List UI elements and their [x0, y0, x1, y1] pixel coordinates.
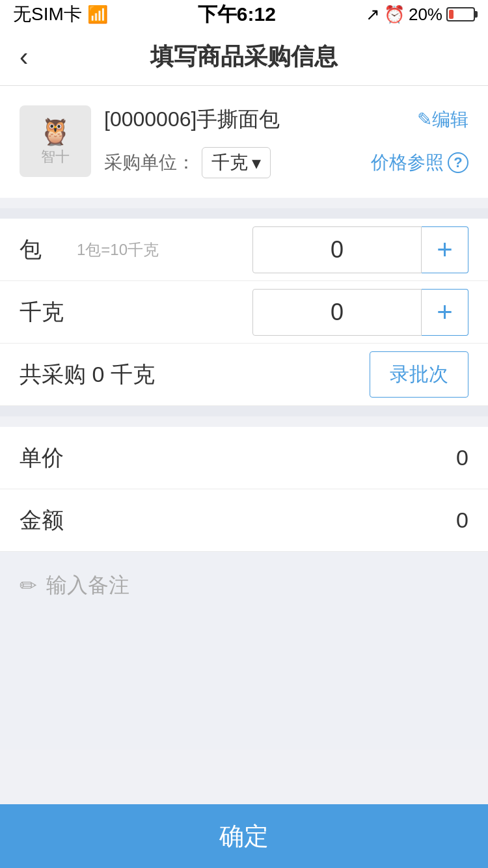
note-pencil-icon: ✏ [20, 573, 37, 598]
edit-button[interactable]: ✎编辑 [417, 107, 468, 132]
unit-label: 采购单位： [104, 150, 195, 175]
amount-label: 金额 [20, 506, 64, 536]
amount-row: 金额 0 [0, 489, 488, 552]
carrier-label: 无SIM卡 [13, 2, 82, 27]
unit-price-value: 0 [456, 445, 468, 470]
product-name-row: [0000006]手撕面包 ✎编辑 [104, 105, 468, 134]
nav-bar: ‹ 填写商品采购信息 [0, 29, 488, 86]
note-placeholder-text: 输入备注 [46, 571, 129, 600]
section-divider-1 [0, 208, 488, 219]
note-section[interactable]: ✏ 输入备注 [0, 552, 488, 619]
dropdown-arrow-icon: ▾ [252, 152, 261, 174]
section-divider-2 [0, 406, 488, 416]
price-reference-button[interactable]: 价格参照 ? [371, 150, 468, 175]
bao-input-group: + [252, 226, 468, 273]
product-info: [0000006]手撕面包 ✎编辑 采购单位： 千克 ▾ 价格参照 ? [104, 105, 468, 178]
amount-value: 0 [456, 508, 468, 533]
bao-input-row: 包 1包=10千克 + [0, 219, 488, 281]
confirm-button-label: 确定 [219, 820, 269, 853]
battery-indicator [446, 7, 475, 21]
unit-value: 千克 [211, 150, 248, 175]
product-logo-icon: 🦉 [39, 116, 72, 147]
status-right: ↗ ⏰ 20% [366, 5, 475, 25]
unit-price-row: 单价 0 [0, 427, 488, 489]
unit-dropdown[interactable]: 千克 ▾ [202, 147, 271, 178]
location-icon: ↗ [366, 5, 380, 25]
wifi-icon: 📶 [87, 5, 108, 25]
input-section: 包 1包=10千克 + 千克 + 共采购 0 千克 录批次 [0, 219, 488, 406]
battery-percent: 20% [409, 5, 442, 25]
page-title: 填写商品采购信息 [150, 41, 338, 73]
price-ref-help-icon: ? [448, 152, 468, 173]
product-logo-text: 智十 [41, 147, 70, 167]
bao-number-input[interactable] [252, 226, 422, 273]
product-meta: 采购单位： 千克 ▾ 价格参照 ? [104, 147, 468, 178]
price-section: 单价 0 金额 0 [0, 427, 488, 552]
confirm-button[interactable]: 确定 [0, 804, 488, 868]
summary-row: 共采购 0 千克 录批次 [0, 344, 488, 406]
price-ref-label: 价格参照 [371, 150, 444, 175]
kg-plus-button[interactable]: + [422, 289, 468, 336]
kg-label: 千克 [20, 297, 72, 327]
kg-input-group: + [252, 289, 468, 336]
bao-label: 包 [20, 235, 72, 265]
status-left: 无SIM卡 📶 [13, 2, 108, 27]
product-thumbnail: 🦉 智十 [20, 105, 91, 177]
bottom-spacer [0, 619, 488, 750]
kg-number-input[interactable] [252, 289, 422, 336]
back-button[interactable]: ‹ [13, 36, 34, 78]
status-bar: 无SIM卡 📶 下午6:12 ↗ ⏰ 20% [0, 0, 488, 29]
bao-sublabel: 1包=10千克 [77, 239, 252, 260]
kg-input-row: 千克 + [0, 281, 488, 344]
alarm-icon: ⏰ [384, 5, 405, 25]
product-name: [0000006]手撕面包 [104, 105, 280, 134]
unit-selector[interactable]: 采购单位： 千克 ▾ [104, 147, 271, 178]
unit-price-label: 单价 [20, 443, 64, 473]
time-label: 下午6:12 [198, 1, 276, 28]
record-batch-button[interactable]: 录批次 [370, 351, 468, 398]
bao-plus-button[interactable]: + [422, 226, 468, 273]
product-card: 🦉 智十 [0000006]手撕面包 ✎编辑 采购单位： 千克 ▾ 价格参照 ? [0, 86, 488, 198]
summary-text: 共采购 0 千克 [20, 360, 155, 390]
